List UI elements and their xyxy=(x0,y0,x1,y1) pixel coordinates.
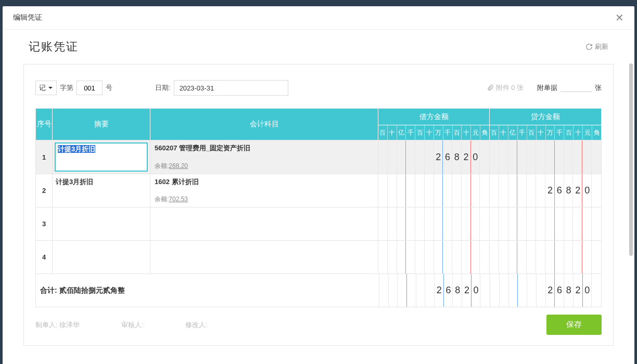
refresh-button[interactable]: 刷新 xyxy=(585,42,608,51)
digit-cell[interactable]: 6 xyxy=(555,274,564,307)
digit-cell[interactable]: 0 xyxy=(472,274,481,307)
digit-cell[interactable] xyxy=(573,241,582,274)
digit-cell[interactable] xyxy=(397,174,406,207)
digit-cell[interactable] xyxy=(480,274,490,307)
digit-cell[interactable] xyxy=(443,241,452,274)
debit-amount[interactable] xyxy=(378,174,490,207)
digit-cell[interactable] xyxy=(517,140,527,174)
digit-cell[interactable] xyxy=(509,274,518,307)
digit-cell[interactable] xyxy=(490,140,499,174)
digit-cell[interactable] xyxy=(536,140,545,174)
digit-cell[interactable] xyxy=(397,241,406,274)
digit-cell[interactable] xyxy=(443,207,452,240)
digit-cell[interactable] xyxy=(480,174,489,207)
digit-cell[interactable] xyxy=(592,207,601,240)
account-cell[interactable] xyxy=(150,241,378,274)
digit-cell[interactable] xyxy=(452,174,462,207)
attachments-link[interactable]: 附件 0 张 xyxy=(487,83,524,93)
digit-cell[interactable] xyxy=(415,140,425,174)
digit-cell[interactable]: 8 xyxy=(564,174,574,207)
digit-cell[interactable] xyxy=(388,174,397,207)
digit-cell[interactable] xyxy=(452,241,462,274)
credit-amount[interactable] xyxy=(490,207,601,240)
digit-cell[interactable] xyxy=(462,174,471,207)
digit-cell[interactable] xyxy=(564,207,574,240)
account-cell[interactable]: 560207 管理费用_固定资产折旧余额:268.20 xyxy=(150,140,378,174)
digit-cell[interactable]: 6 xyxy=(443,140,452,174)
digit-cell[interactable] xyxy=(499,241,508,274)
digit-cell[interactable] xyxy=(499,140,508,174)
digit-cell[interactable] xyxy=(545,140,555,174)
digit-cell[interactable] xyxy=(592,174,601,207)
digit-cell[interactable] xyxy=(378,241,388,274)
digit-cell[interactable] xyxy=(415,207,425,240)
digit-cell[interactable] xyxy=(434,241,443,274)
digit-cell[interactable]: 2 xyxy=(462,140,471,174)
digit-cell[interactable] xyxy=(406,207,415,240)
scrollbar-thumb[interactable] xyxy=(629,63,633,256)
summary-cell[interactable]: 计提3月折旧 xyxy=(53,140,150,174)
digit-cell[interactable] xyxy=(592,241,601,274)
digit-cell[interactable] xyxy=(425,274,435,307)
digit-cell[interactable] xyxy=(490,174,499,207)
digit-cell[interactable] xyxy=(471,241,480,274)
digit-cell[interactable] xyxy=(480,241,489,274)
digit-cell[interactable] xyxy=(415,174,425,207)
digit-cell[interactable] xyxy=(462,207,471,240)
digit-cell[interactable] xyxy=(527,207,536,240)
digit-cell[interactable] xyxy=(415,241,425,274)
digit-cell[interactable] xyxy=(517,174,527,207)
digit-cell[interactable]: 8 xyxy=(453,274,462,307)
digit-cell[interactable]: 6 xyxy=(555,174,564,207)
digit-cell[interactable]: 8 xyxy=(564,274,574,307)
credit-amount[interactable] xyxy=(490,140,601,174)
digit-cell[interactable] xyxy=(480,207,489,240)
digit-cell[interactable] xyxy=(388,207,397,240)
digit-cell[interactable] xyxy=(517,207,527,240)
digit-cell[interactable] xyxy=(564,241,574,274)
digit-cell[interactable] xyxy=(425,207,434,240)
digit-cell[interactable] xyxy=(527,241,536,274)
digit-cell[interactable]: 2 xyxy=(545,174,555,207)
digit-cell[interactable] xyxy=(582,207,592,240)
save-button[interactable]: 保存 xyxy=(546,315,602,335)
debit-amount[interactable]: 26820 xyxy=(378,140,490,174)
digit-cell[interactable] xyxy=(545,241,555,274)
digit-cell[interactable] xyxy=(508,140,518,174)
digit-cell[interactable]: 2 xyxy=(434,140,443,174)
digit-cell[interactable] xyxy=(545,207,555,240)
digit-cell[interactable]: 2 xyxy=(573,174,582,207)
digit-cell[interactable] xyxy=(378,140,388,174)
summary-cell[interactable]: 计提3月折旧 xyxy=(53,174,150,207)
summary-input[interactable]: 计提3月折旧 xyxy=(55,142,148,172)
digit-cell[interactable] xyxy=(416,274,426,307)
voucher-type-select[interactable]: 记 xyxy=(35,81,57,95)
digit-cell[interactable] xyxy=(555,207,564,240)
digit-cell[interactable] xyxy=(480,140,489,174)
date-input[interactable] xyxy=(174,80,288,96)
digit-cell[interactable] xyxy=(555,140,564,174)
digit-cell[interactable] xyxy=(508,241,518,274)
digit-cell[interactable]: 6 xyxy=(444,274,453,307)
digit-cell[interactable] xyxy=(536,174,545,207)
credit-amount[interactable] xyxy=(490,241,601,274)
digit-cell[interactable] xyxy=(407,274,416,307)
digit-cell[interactable] xyxy=(397,207,406,240)
digit-cell[interactable] xyxy=(508,207,518,240)
digit-cell[interactable] xyxy=(527,274,537,307)
digit-cell[interactable]: 0 xyxy=(471,140,480,174)
digit-cell[interactable] xyxy=(592,274,601,307)
bill-count-input[interactable] xyxy=(560,84,592,92)
digit-cell[interactable]: 2 xyxy=(435,274,444,307)
digit-cell[interactable] xyxy=(443,174,452,207)
digit-cell[interactable]: 2 xyxy=(574,274,583,307)
digit-cell[interactable] xyxy=(389,274,398,307)
account-cell[interactable] xyxy=(150,207,378,240)
digit-cell[interactable]: 2 xyxy=(546,274,555,307)
digit-cell[interactable] xyxy=(564,140,574,174)
voucher-no-input[interactable] xyxy=(77,81,103,95)
digit-cell[interactable] xyxy=(406,140,415,174)
digit-cell[interactable]: 2 xyxy=(462,274,472,307)
digit-cell[interactable] xyxy=(462,241,471,274)
digit-cell[interactable] xyxy=(378,174,388,207)
